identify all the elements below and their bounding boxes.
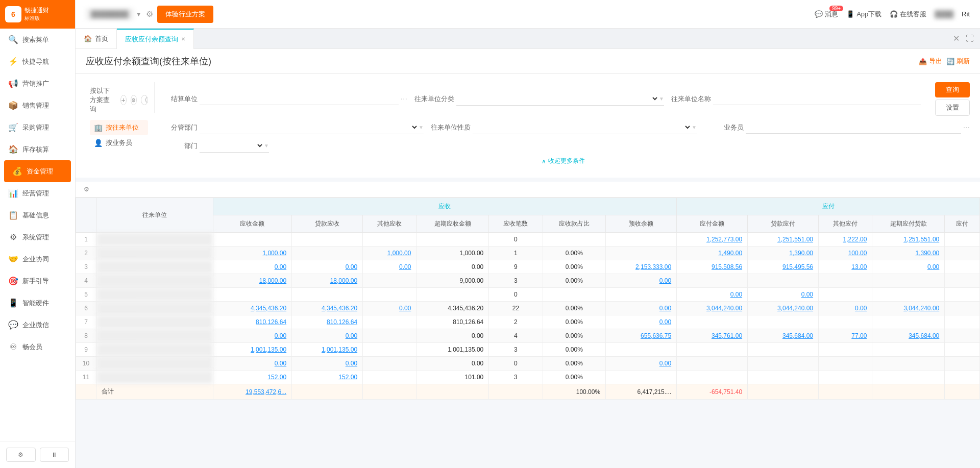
gear-icon[interactable]: ⚙ — [146, 9, 153, 19]
row-ap-other: 77.00 — [819, 329, 872, 343]
sidebar-item-inventory[interactable]: 🏠 库存核算 — [0, 138, 75, 160]
row-prepay — [606, 371, 677, 384]
row-ap-overdue — [872, 343, 945, 357]
query-btn[interactable]: 查询 — [935, 82, 970, 97]
sidebar-item-collab[interactable]: 🤝 企业协同 — [0, 248, 75, 270]
dots-icon-2[interactable]: ··· — [963, 123, 970, 132]
top-header: ████████ ▼ ⚙ 体验行业方案 💬 消息 99+ 📱 App下载 🎧 在… — [76, 0, 980, 29]
filter-view-salesman-label: 按业务员 — [106, 138, 132, 147]
sidebar-item-marketing[interactable]: 📢 营销推广 — [0, 72, 75, 94]
row-ap-extra — [945, 247, 980, 260]
table-row: 11 ████████ 152.00 152.00 101.00 3 0.00% — [76, 371, 980, 384]
collapse-button[interactable]: ⏸ — [40, 448, 69, 462]
sidebar-item-operations[interactable]: 📊 经营管理 — [0, 182, 75, 204]
sidebar-item-hardware[interactable]: 📱 智能硬件 — [0, 292, 75, 314]
export-btn[interactable]: 📤 导出 — [919, 57, 942, 66]
trial-btn[interactable]: 体验行业方案 — [157, 6, 213, 23]
dots-icon-1[interactable]: ··· — [401, 94, 407, 104]
dept-select[interactable] — [200, 139, 264, 152]
chevron-down-icon: ▼ — [659, 96, 664, 102]
field-unit-nature-label: 往来单位性质 — [430, 123, 471, 132]
row-ap-extra — [945, 288, 980, 302]
tab-home-label: 首页 — [95, 34, 108, 43]
sidebar-item-guide[interactable]: 🎯 新手引导 — [0, 270, 75, 292]
refresh-label: 刷新 — [957, 57, 970, 66]
user-info[interactable]: ████ — [935, 10, 953, 18]
filter-collapse-btn[interactable]: 《 — [141, 95, 148, 105]
sidebar-item-system[interactable]: ⚙ 系统管理 — [0, 226, 75, 248]
dept-manager-select-wrapper[interactable]: ▼ — [200, 121, 424, 134]
row-ar-pct: 0.00% — [543, 329, 606, 343]
row-ap-amt: 915,508.56 — [677, 260, 748, 274]
refresh-btn[interactable]: 🔄 刷新 — [946, 57, 970, 66]
field-unit-category: 往来单位分类 ▼ — [413, 92, 664, 106]
msg-btn[interactable]: 💬 消息 99+ — [815, 10, 838, 19]
col-ar-loan: 贷款应收 — [292, 215, 363, 233]
unit-icon: 🏢 — [94, 124, 103, 132]
row-num: 2 — [76, 247, 96, 260]
unit-nature-select-wrapper[interactable]: ▼ — [473, 121, 697, 134]
app-download-btn[interactable]: 📱 App下载 — [846, 10, 881, 19]
table-settings-icon[interactable]: ⚙ — [84, 186, 89, 193]
row-ar-overdue: 0.00 — [416, 260, 489, 274]
filter-add-btn[interactable]: + — [120, 95, 127, 105]
collapse-btn[interactable]: ∧ 收起更多条件 — [157, 153, 970, 169]
filter-settings-btn[interactable]: ⚙ — [131, 95, 137, 105]
filter-view-unit[interactable]: 🏢 按往来单位 — [90, 120, 148, 135]
settings-button[interactable]: ⚙ — [6, 448, 36, 462]
row-partner: ████████ — [96, 260, 213, 274]
filter-view-salesman[interactable]: 👤 按业务员 — [90, 135, 148, 151]
header-left: ████████ ▼ ⚙ 体验行业方案 — [86, 6, 808, 23]
row-ar-overdue: 4,345,436.20 — [416, 302, 489, 315]
page-actions: 📤 导出 🔄 刷新 — [919, 57, 970, 66]
unit-category-select[interactable] — [456, 92, 659, 105]
field-unit-name-input[interactable] — [713, 93, 921, 105]
dept-select-wrapper[interactable]: ▼ — [200, 139, 269, 153]
unit-category-select-wrapper[interactable]: ▼ — [456, 92, 664, 106]
chevron-down-icon-2: ▼ — [419, 125, 424, 130]
row-ar-loan — [292, 233, 363, 247]
sidebar-item-basic-info[interactable]: 📋 基础信息 — [0, 204, 75, 226]
close-icon[interactable]: ✕ — [181, 36, 185, 42]
online-service-btn[interactable]: 🎧 在线客服 — [890, 10, 926, 19]
sidebar-label-search: 搜索菜单 — [22, 35, 49, 44]
tab-home[interactable]: 🏠 首页 — [76, 29, 117, 48]
breadcrumb-area: ████████ ▼ — [86, 8, 142, 20]
setting-btn[interactable]: 设置 — [935, 100, 970, 116]
finance-icon: 💰 — [12, 166, 22, 176]
row-ap-other: 0.00 — [819, 302, 872, 315]
row-ap-extra — [945, 329, 980, 343]
maximize-btn[interactable]: ⛶ — [964, 32, 976, 45]
unit-nature-select[interactable] — [473, 121, 692, 134]
close-window-btn[interactable]: ✕ — [951, 32, 962, 45]
sidebar-label-marketing: 营销推广 — [22, 79, 49, 88]
dept-manager-select[interactable] — [200, 121, 419, 134]
row-ar-other: 0.00 — [363, 302, 416, 315]
row-partner: ████████ — [96, 302, 213, 315]
col-ar-other: 其他应收 — [363, 215, 416, 233]
page-header: 应收应付余额查询(按往来单位) 📤 导出 🔄 刷新 — [76, 49, 980, 74]
sidebar-item-sales[interactable]: 📦 销售管理 — [0, 94, 75, 116]
field-unit-name: 往来单位名称 — [670, 93, 921, 105]
row-ar-pct: 0.00% — [543, 274, 606, 288]
tab-ar-ap[interactable]: 应收应付余额查询 ✕ — [117, 29, 194, 49]
row-ar-count: 9 — [489, 260, 543, 274]
field-salesman-input[interactable] — [746, 121, 961, 134]
sidebar-item-search[interactable]: 🔍 搜索菜单 — [0, 29, 75, 51]
field-dept-label: 部门 — [157, 141, 198, 151]
field-unit-name-label: 往来单位名称 — [670, 94, 711, 104]
row-ap-amt: 1,252,773.00 — [677, 233, 748, 247]
inventory-icon: 🏠 — [8, 144, 18, 154]
field-unit-category-label: 往来单位分类 — [413, 94, 454, 104]
sidebar-item-purchase[interactable]: 🛒 采购管理 — [0, 116, 75, 138]
sidebar-item-member[interactable]: ♾ 畅会员 — [0, 336, 75, 358]
row-ar-amt — [213, 288, 291, 302]
sidebar-item-finance[interactable]: 💰 资金管理 — [4, 160, 71, 182]
sidebar-item-shortcut[interactable]: ⚡ 快捷导航 — [0, 51, 75, 72]
col-ap-extra: 应付 — [945, 215, 980, 233]
col-partner: 往来单位 — [96, 198, 213, 233]
field-settlement-input[interactable] — [200, 93, 399, 105]
row-ap-extra — [945, 302, 980, 315]
app-logo: 6 畅捷通财 标准版 — [0, 0, 75, 29]
sidebar-item-wechat[interactable]: 💬 企业微信 — [0, 314, 75, 336]
